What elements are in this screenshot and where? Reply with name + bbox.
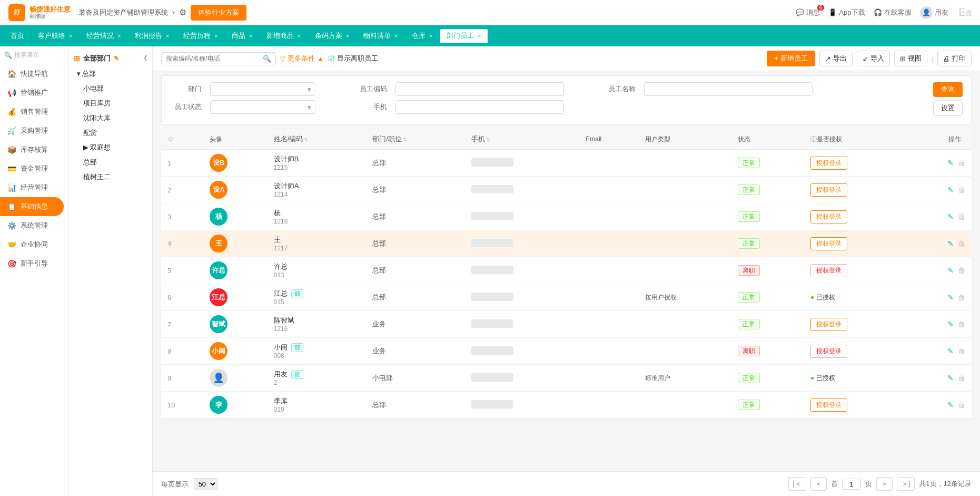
dept-select[interactable] bbox=[210, 82, 315, 96]
sort-phone[interactable]: 手机 ⇅ bbox=[471, 134, 490, 144]
sidebar-item-quicknav[interactable]: 🏠 快捷导航 bbox=[0, 64, 68, 83]
sidebar-item-business[interactable]: 📊 经营管理 bbox=[0, 178, 68, 197]
tab-customer[interactable]: 客户联络 ✕ bbox=[32, 29, 79, 43]
edit-button[interactable]: ✎ bbox=[947, 239, 954, 248]
add-employee-button[interactable]: + 新增员工 bbox=[767, 51, 815, 66]
tab-home[interactable]: 首页 bbox=[4, 29, 31, 43]
sidebar-item-marketing[interactable]: 📢 营销推广 bbox=[0, 83, 68, 102]
tree-node-shenyang[interactable]: 沈阳大库 bbox=[68, 111, 152, 125]
tab-bom-close[interactable]: ✕ bbox=[394, 33, 398, 39]
sidebar-item-inventory[interactable]: 📦 库存核算 bbox=[0, 140, 68, 159]
tab-operation-close[interactable]: ✕ bbox=[117, 33, 121, 39]
more-conditions-button[interactable]: ▽ 更多条件 ▲ bbox=[280, 54, 324, 63]
delete-button[interactable]: 🗑 bbox=[958, 212, 965, 221]
auth-button-resigned[interactable]: 授权登录 bbox=[810, 264, 847, 277]
print-button[interactable]: 🖨 打印 bbox=[937, 51, 972, 66]
tab-customer-close[interactable]: ✕ bbox=[68, 33, 73, 39]
tab-new-goods-close[interactable]: ✕ bbox=[297, 33, 301, 39]
delete-button[interactable]: 🗑 bbox=[958, 401, 965, 409]
tree-node-peihuo[interactable]: 配货 bbox=[68, 125, 152, 140]
delete-button[interactable]: 🗑 bbox=[958, 293, 965, 302]
auth-button[interactable]: 授权登录 bbox=[810, 318, 847, 331]
tab-operation[interactable]: 经营情况 ✕ bbox=[80, 29, 127, 43]
tab-barcode[interactable]: 条码方案 ✕ bbox=[309, 29, 356, 43]
auth-button[interactable]: 授权登录 bbox=[810, 210, 847, 223]
tab-barcode-close[interactable]: ✕ bbox=[345, 33, 350, 39]
tab-employees-close[interactable]: ✕ bbox=[477, 33, 481, 39]
app-download-button[interactable]: 📱 App下载 bbox=[828, 8, 865, 17]
show-inactive-toggle[interactable]: ☑ 显示离职员工 bbox=[328, 54, 378, 63]
system-title-dropdown[interactable]: ▾ bbox=[172, 9, 175, 15]
settings-icon[interactable]: ⚙ bbox=[179, 7, 186, 17]
delete-button[interactable]: 🗑 bbox=[958, 347, 965, 355]
delete-button[interactable]: 🗑 bbox=[958, 159, 965, 167]
search-box[interactable]: 🔍 bbox=[161, 52, 276, 65]
status-select[interactable] bbox=[210, 100, 315, 114]
tree-node-zongbu[interactable]: 总部 bbox=[68, 155, 152, 170]
auth-button[interactable]: 授权登录 bbox=[810, 183, 847, 197]
tree-node-shuangting[interactable]: ▶ 双庭想 bbox=[68, 140, 152, 155]
dept-collapse-icon[interactable]: 《 bbox=[141, 54, 147, 63]
sidebar-item-sales[interactable]: 💰 销售管理 bbox=[0, 102, 68, 121]
delete-button[interactable]: 🗑 bbox=[958, 320, 965, 328]
message-button[interactable]: 💬 消息 6 bbox=[796, 8, 820, 17]
edit-button[interactable]: ✎ bbox=[947, 320, 954, 328]
edit-button[interactable]: ✎ bbox=[947, 293, 954, 302]
edit-button[interactable]: ✎ bbox=[947, 186, 954, 194]
edit-button[interactable]: ✎ bbox=[947, 212, 954, 221]
tab-employees[interactable]: 部门员工 ✕ bbox=[440, 29, 488, 43]
search-input[interactable] bbox=[166, 55, 261, 62]
auth-button[interactable]: 授权登录 bbox=[810, 398, 847, 412]
tree-node-root[interactable]: ▾ 总部 bbox=[68, 66, 152, 81]
tab-history[interactable]: 经营历程 ✕ bbox=[177, 29, 224, 43]
edit-button[interactable]: ✎ bbox=[947, 347, 954, 355]
edit-button[interactable]: ✎ bbox=[947, 266, 954, 275]
auth-button-resigned[interactable]: 授权登录 bbox=[810, 345, 847, 358]
import-button[interactable]: ↙ 导入 bbox=[857, 51, 890, 66]
tree-node-zhishu[interactable]: 植树王二 bbox=[68, 170, 152, 184]
tab-warehouse-close[interactable]: ✕ bbox=[429, 33, 433, 39]
dept-edit-icon[interactable]: ✎ bbox=[114, 55, 119, 62]
user-avatar-button[interactable]: 👤 用友 bbox=[920, 6, 948, 19]
sidebar-item-basic[interactable]: 📋 基础信息 bbox=[0, 197, 64, 216]
tree-node-project[interactable]: 项目库房 bbox=[68, 96, 152, 111]
sort-name[interactable]: 姓名/编码 ⇅ bbox=[274, 134, 309, 144]
info-icon[interactable]: ⓘ bbox=[810, 135, 817, 143]
last-page-button[interactable]: ＞| bbox=[897, 477, 915, 491]
per-page-select[interactable]: 50 bbox=[194, 478, 217, 490]
delete-button[interactable]: 🗑 bbox=[958, 266, 965, 275]
tab-goods[interactable]: 商品 ✕ bbox=[225, 29, 259, 43]
reset-button[interactable]: 设置 bbox=[933, 100, 963, 116]
edit-button[interactable]: ✎ bbox=[947, 401, 954, 409]
export-button[interactable]: ↗ 导出 bbox=[819, 51, 853, 66]
tab-history-close[interactable]: ✕ bbox=[214, 33, 218, 39]
sort-dept[interactable]: 部门/职位 ⇅ bbox=[372, 134, 407, 144]
auth-button[interactable]: 授权登录 bbox=[810, 237, 847, 250]
tab-warehouse[interactable]: 仓库 ✕ bbox=[405, 29, 439, 43]
page-number-input[interactable]: 1 bbox=[842, 479, 861, 490]
sidebar-item-purchase[interactable]: 🛒 采购管理 bbox=[0, 121, 68, 140]
edit-button[interactable]: ✎ bbox=[947, 159, 954, 167]
sidebar-item-finance[interactable]: 💳 资金管理 bbox=[0, 159, 68, 178]
online-service-button[interactable]: 🎧 在线客服 bbox=[874, 8, 912, 17]
try-plan-button[interactable]: 体验行业方案 bbox=[191, 5, 246, 21]
edit-button[interactable]: ✎ bbox=[947, 374, 954, 382]
tab-goods-close[interactable]: ✕ bbox=[249, 33, 253, 39]
prev-page-button[interactable]: ＜ bbox=[810, 477, 827, 491]
tree-node-xiaodibu[interactable]: 小电部 bbox=[68, 81, 152, 96]
sidebar-item-guide[interactable]: 🎯 新手引导 bbox=[0, 254, 68, 273]
sidebar-item-collab[interactable]: 🤝 企业协同 bbox=[0, 235, 68, 254]
auth-button[interactable]: 授权登录 bbox=[810, 157, 847, 170]
delete-button[interactable]: 🗑 bbox=[958, 374, 965, 382]
next-page-button[interactable]: ＞ bbox=[876, 477, 893, 491]
tab-profit[interactable]: 利润报告 ✕ bbox=[128, 29, 176, 43]
view-button[interactable]: ⊞ 视图 bbox=[894, 51, 927, 66]
tab-bom[interactable]: 物料清单 ✕ bbox=[357, 29, 404, 43]
phone-input[interactable] bbox=[395, 100, 564, 114]
first-page-button[interactable]: |＜ bbox=[788, 477, 806, 491]
employee-code-input[interactable] bbox=[395, 82, 564, 96]
query-button[interactable]: 查询 bbox=[933, 82, 963, 97]
sidebar-item-system[interactable]: ⚙️ 系统管理 bbox=[0, 216, 68, 235]
tab-new-goods[interactable]: 新增商品 ✕ bbox=[260, 29, 308, 43]
delete-button[interactable]: 🗑 bbox=[958, 186, 965, 194]
